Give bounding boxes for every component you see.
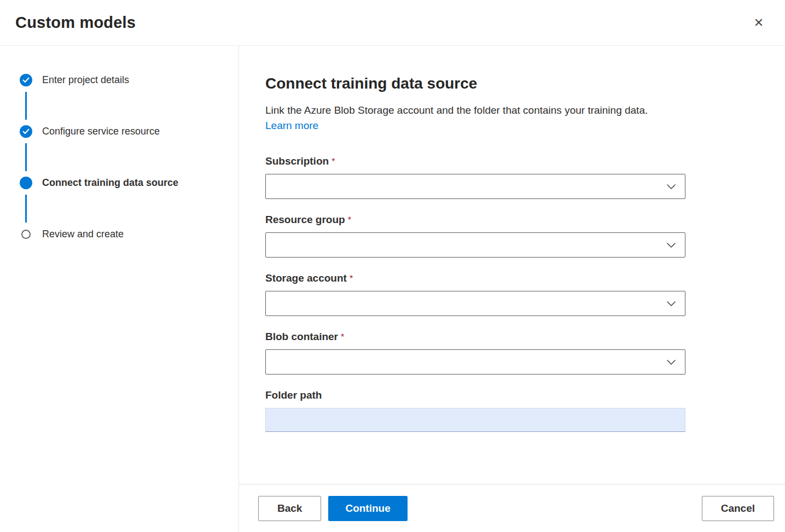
required-marker: *	[348, 215, 351, 225]
resource-group-label: Resource group	[265, 214, 345, 225]
step-completed-icon	[20, 74, 32, 86]
dialog-title: Custom models	[15, 14, 136, 32]
cancel-button[interactable]: Cancel	[702, 496, 774, 521]
check-icon	[22, 128, 30, 135]
continue-button[interactable]: Continue	[328, 496, 407, 521]
back-button[interactable]: Back	[258, 496, 321, 521]
close-icon: ✕	[754, 16, 764, 30]
folder-path-input[interactable]	[265, 408, 685, 432]
resource-group-dropdown[interactable]	[265, 232, 685, 258]
blob-container-dropdown[interactable]	[265, 349, 685, 375]
description-text: Link the Azure Blob Storage account and …	[265, 104, 648, 116]
learn-more-link[interactable]: Learn more	[265, 120, 318, 131]
dialog-footer: Back Continue Cancel	[239, 484, 785, 532]
wizard-stepper: Enter project details Configure service …	[0, 46, 239, 532]
required-marker: *	[341, 332, 344, 342]
step-connector	[25, 143, 27, 171]
chevron-down-icon	[667, 360, 676, 365]
subscription-label: Subscription	[265, 155, 329, 167]
required-marker: *	[350, 274, 353, 283]
storage-account-field-group: Storage account*	[265, 272, 685, 316]
close-button[interactable]: ✕	[748, 12, 770, 34]
step-completed-icon	[20, 125, 32, 138]
step-review-and-create[interactable]: Review and create	[20, 228, 228, 241]
step-connector	[25, 92, 27, 120]
custom-models-dialog: Custom models ✕ Enter project details	[0, 0, 785, 532]
step-upcoming-icon	[20, 228, 32, 241]
blob-container-label: Blob container	[265, 331, 338, 342]
page-description: Link the Azure Blob Storage account and …	[265, 103, 670, 133]
resource-group-field-group: Resource group*	[265, 214, 685, 258]
required-marker: *	[332, 157, 335, 166]
storage-account-dropdown[interactable]	[265, 291, 685, 316]
step-connect-training-data-source[interactable]: Connect training data source	[20, 177, 228, 189]
page-title: Connect training data source	[265, 75, 759, 92]
storage-account-label: Storage account	[265, 272, 347, 284]
folder-path-field-group: Folder path	[265, 389, 685, 432]
subscription-dropdown[interactable]	[265, 174, 685, 199]
subscription-field-group: Subscription*	[265, 155, 685, 199]
chevron-down-icon	[667, 184, 676, 189]
training-data-form: Subscription* Resource group*	[265, 155, 685, 432]
step-label: Connect training data source	[42, 177, 178, 189]
step-label: Configure service resource	[42, 126, 160, 137]
blob-container-field-group: Blob container*	[265, 331, 685, 375]
dialog-header: Custom models ✕	[0, 0, 785, 46]
check-icon	[22, 77, 30, 83]
step-label: Enter project details	[42, 74, 129, 86]
chevron-down-icon	[667, 243, 676, 248]
step-enter-project-details[interactable]: Enter project details	[20, 74, 228, 86]
step-current-icon	[20, 177, 32, 189]
step-configure-service-resource[interactable]: Configure service resource	[20, 125, 228, 138]
chevron-down-icon	[667, 301, 676, 306]
folder-path-label: Folder path	[265, 389, 322, 401]
step-label: Review and create	[42, 229, 124, 240]
step-connector	[25, 195, 27, 223]
step-content: Connect training data source Link the Az…	[239, 46, 785, 484]
